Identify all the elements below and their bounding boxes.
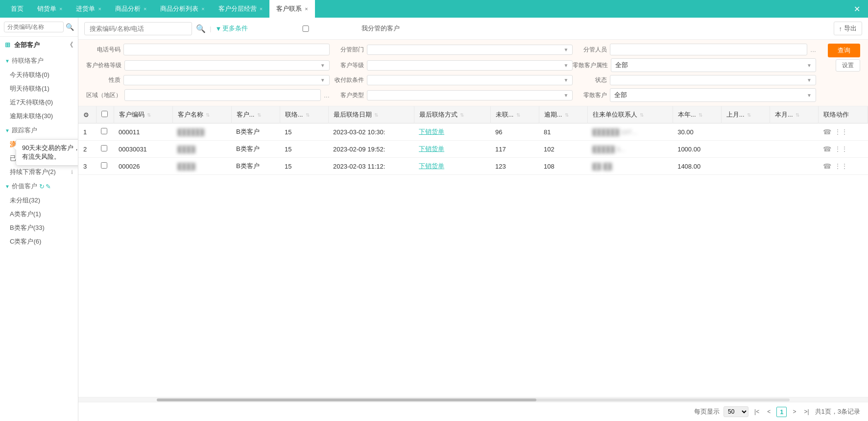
- my-customers-checkbox[interactable]: [252, 25, 360, 32]
- page-next-btn[interactable]: >: [791, 407, 798, 416]
- tab-home[interactable]: 首页: [4, 0, 30, 18]
- customer-type-select[interactable]: ▼: [367, 90, 573, 100]
- row-checkbox[interactable]: [101, 145, 107, 151]
- status-select[interactable]: ▼: [610, 75, 816, 85]
- col-this-month[interactable]: 本月... ⇅: [770, 106, 818, 124]
- zero-customer-select[interactable]: 全部 ▼: [610, 88, 816, 102]
- edit-icon[interactable]: ✎: [46, 183, 51, 190]
- sidebar-item-ungroup[interactable]: 未分组(32): [0, 194, 78, 207]
- search-icon[interactable]: 🔍: [66, 23, 74, 31]
- sidebar-item-tomorrow[interactable]: 明天待联络(1): [0, 82, 78, 96]
- dept-select[interactable]: ▼: [367, 45, 573, 55]
- info-icon: ℹ: [71, 169, 73, 175]
- more-action-icon[interactable]: ⋮⋮: [834, 145, 848, 153]
- col-last-date[interactable]: 最后联络日期 ⇅: [328, 106, 414, 124]
- sidebar-item-a-class[interactable]: A类客户(1): [0, 207, 78, 221]
- section-waiting-contact[interactable]: ▼ 待联络客户: [0, 53, 78, 68]
- contact-action-icon[interactable]: ☎: [823, 128, 831, 136]
- select-all-checkbox[interactable]: [101, 111, 108, 117]
- search-input[interactable]: [84, 22, 192, 35]
- window-close-button[interactable]: ✕: [850, 4, 864, 14]
- page-last-btn[interactable]: >|: [802, 407, 811, 416]
- person-label: 分管人员: [573, 46, 607, 54]
- col-contact-person[interactable]: 往来单位联系人 ⇅: [587, 106, 673, 124]
- contact-action-icon[interactable]: ☎: [823, 162, 831, 170]
- refresh-icon[interactable]: ↻: [39, 183, 45, 190]
- cell-checkbox[interactable]: [96, 141, 114, 158]
- cell-last-method[interactable]: 下销货单: [414, 158, 490, 175]
- col-contact[interactable]: 联络... ⇅: [280, 106, 328, 124]
- page-prev-btn[interactable]: <: [765, 407, 772, 416]
- settings-icon[interactable]: ⚙: [83, 111, 89, 119]
- horizontal-scrollbar[interactable]: [78, 397, 868, 402]
- payment-select[interactable]: ▼: [367, 75, 573, 85]
- col-no-contact[interactable]: 未联... ⇅: [490, 106, 539, 124]
- close-icon[interactable]: ×: [98, 6, 101, 12]
- close-icon[interactable]: ×: [59, 6, 62, 12]
- tab-product-analysis[interactable]: 商品分析 ×: [108, 0, 153, 18]
- zero-attr-select[interactable]: 全部 ▼: [611, 58, 816, 72]
- cell-checkbox[interactable]: [96, 158, 114, 175]
- price-level-select[interactable]: ▼: [124, 60, 330, 71]
- person-input[interactable]: [610, 44, 807, 55]
- tab-product-list[interactable]: 商品分析列表 ×: [153, 0, 211, 18]
- section-value-customers[interactable]: ▼ 价值客户 ↻ ✎: [0, 179, 78, 194]
- cell-action[interactable]: ☎ ⋮⋮: [818, 158, 868, 175]
- tab-customer-segment[interactable]: 客户分层经营 ×: [212, 0, 269, 18]
- col-settings[interactable]: ⚙: [78, 106, 96, 124]
- row-checkbox[interactable]: [101, 162, 107, 169]
- more-filter-button[interactable]: ▼ 更多条件: [215, 24, 248, 33]
- person-more-icon[interactable]: ...: [810, 46, 816, 53]
- col-action: 联络动作: [818, 106, 868, 124]
- page-first-btn[interactable]: |<: [752, 407, 761, 416]
- cell-last-method[interactable]: 下销货单: [414, 141, 490, 158]
- sidebar-item-7days[interactable]: 近7天待联络(0): [0, 96, 78, 109]
- cell-action[interactable]: ☎ ⋮⋮: [818, 141, 868, 158]
- sidebar-search-input[interactable]: [4, 22, 64, 32]
- col-name[interactable]: 客户名称 ⇅: [172, 106, 231, 124]
- col-type[interactable]: 客户... ⇅: [231, 106, 280, 124]
- contact-action-icon[interactable]: ☎: [823, 145, 831, 153]
- phone-input[interactable]: [123, 44, 330, 55]
- close-icon[interactable]: ×: [144, 6, 146, 12]
- close-icon[interactable]: ×: [201, 6, 204, 12]
- filter-zero-customer: 零散客户 全部 ▼: [573, 88, 816, 102]
- settings-button[interactable]: 设置: [836, 59, 860, 72]
- tab-customer-contact[interactable]: 客户联系 ×: [269, 0, 314, 18]
- cell-action[interactable]: ☎ ⋮⋮: [818, 124, 868, 141]
- col-this-year[interactable]: 本年... ⇅: [673, 106, 721, 124]
- scrollbar-thumb[interactable]: [157, 398, 536, 401]
- tab-sales[interactable]: 销货单 ×: [30, 0, 69, 18]
- sidebar-item-b-class[interactable]: B类客户(33): [0, 221, 78, 235]
- search-button[interactable]: 🔍: [196, 24, 206, 33]
- col-last-month[interactable]: 上月... ⇅: [721, 106, 770, 124]
- cell-last-method[interactable]: 下销货单: [414, 124, 490, 141]
- filter-dept: 分管部门 ▼: [330, 44, 573, 55]
- query-button[interactable]: 查询: [828, 44, 860, 57]
- more-action-icon[interactable]: ⋮⋮: [834, 162, 848, 170]
- sidebar-item-overdue[interactable]: 逾期未联络(30): [0, 109, 78, 123]
- section-tracking[interactable]: ▼ 跟踪客户: [0, 123, 78, 138]
- cell-checkbox[interactable]: [96, 124, 114, 141]
- chevron-down-icon: ▼: [807, 93, 812, 98]
- col-overdue[interactable]: 逾期... ⇅: [539, 106, 587, 124]
- close-icon[interactable]: ×: [305, 6, 308, 12]
- collapse-icon[interactable]: 《: [67, 41, 73, 50]
- customer-level-select[interactable]: ▼: [367, 60, 573, 71]
- my-customers-checkbox-label[interactable]: 我分管的客户: [252, 24, 400, 33]
- col-last-method[interactable]: 最后联络方式 ⇅: [414, 106, 490, 124]
- all-customers-header[interactable]: ⊞ 全部客户 《: [0, 37, 78, 53]
- sidebar-item-declining[interactable]: 持续下滑客户(2) ℹ: [0, 165, 78, 179]
- sidebar-item-today[interactable]: 今天待联络(0): [0, 68, 78, 82]
- nature-select[interactable]: ▼: [123, 75, 330, 85]
- more-action-icon[interactable]: ⋮⋮: [834, 128, 848, 136]
- row-checkbox[interactable]: [101, 128, 107, 134]
- close-icon[interactable]: ×: [260, 6, 263, 12]
- col-code[interactable]: 客户编码 ⇅: [114, 106, 172, 124]
- sidebar-item-c-class[interactable]: C类客户(6): [0, 235, 78, 248]
- area-input[interactable]: [124, 89, 321, 101]
- area-more-icon[interactable]: ...: [324, 91, 330, 99]
- export-button[interactable]: ↑ 导出: [834, 22, 863, 35]
- tab-purchase[interactable]: 进货单 ×: [69, 0, 108, 18]
- per-page-select[interactable]: 50 100 200: [723, 406, 748, 417]
